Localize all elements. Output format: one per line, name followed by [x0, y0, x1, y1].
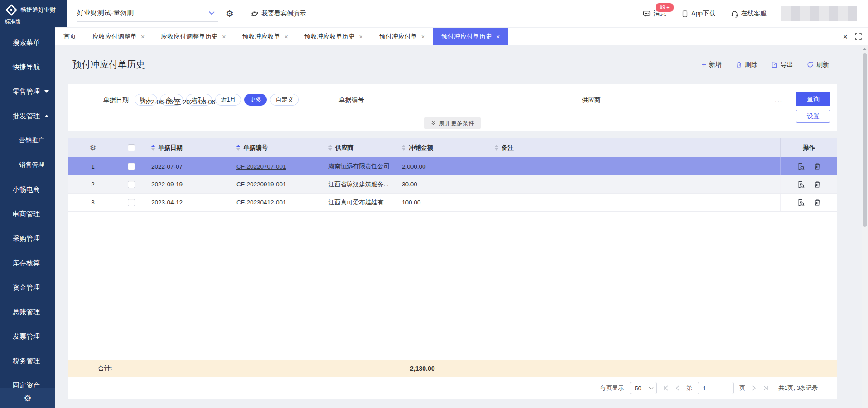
tab-ar-ap-adjust[interactable]: 应收应付调整单×: [84, 28, 153, 45]
row-date: 2022-07-07: [145, 157, 230, 175]
messages-button[interactable]: 消息 99 +: [643, 10, 666, 18]
phone-icon: [681, 10, 689, 18]
main-content: 预付冲应付单历史 + 新增 删除 导出: [55, 45, 862, 408]
settings-gear-icon[interactable]: ⚙: [226, 9, 234, 18]
doc-no-link[interactable]: CF-20220707-001: [236, 163, 286, 170]
prev-page-button[interactable]: [675, 385, 681, 391]
delete-button[interactable]: 删除: [735, 61, 757, 69]
sidebar-item-retail[interactable]: 零售管理: [0, 79, 55, 104]
header-doc-no[interactable]: 单据编号: [230, 138, 322, 157]
sort-icons[interactable]: [402, 145, 405, 151]
table-row[interactable]: 3 2023-04-12 CF-20230412-001 江西真可爱布娃娃有..…: [68, 194, 837, 212]
close-icon[interactable]: ×: [496, 33, 500, 40]
sidebar-item-fixed-assets[interactable]: 固定资产: [0, 373, 55, 388]
trash-icon[interactable]: [814, 181, 821, 188]
next-page-button[interactable]: [751, 385, 757, 391]
doc-no-link[interactable]: CF-20230412-001: [236, 199, 286, 206]
header-supplier[interactable]: 供应商: [322, 138, 395, 157]
sidebar-item-quick-nav[interactable]: 快捷导航: [0, 55, 55, 79]
column-settings-cell[interactable]: ⚙: [68, 138, 118, 157]
sidebar-item-inventory[interactable]: 库存核算: [0, 251, 55, 275]
app-download-button[interactable]: App下载: [681, 10, 715, 18]
tab-ar-ap-adjust-history[interactable]: 应收应付调整单历史×: [153, 28, 234, 45]
close-icon[interactable]: ×: [222, 33, 226, 40]
workspace-selector[interactable]: 好业财测试-量勿删: [77, 6, 218, 22]
sidebar-settings-bar[interactable]: ⚙: [0, 388, 55, 408]
tab-advance-receipt-offset[interactable]: 预收冲应收单×: [234, 28, 296, 45]
sidebar-item-ecommerce[interactable]: 电商管理: [0, 202, 55, 226]
sidebar-item-purchase[interactable]: 采购管理: [0, 226, 55, 251]
row-date: 2022-09-19: [145, 175, 230, 193]
supplier-input[interactable]: ...: [607, 94, 785, 106]
row-checkbox[interactable]: [128, 199, 135, 206]
online-support-button[interactable]: 在线客服: [731, 10, 767, 18]
sidebar-item-tax[interactable]: 税务管理: [0, 349, 55, 373]
sidebar-item-xiaochang-ecommerce[interactable]: 小畅电商: [0, 177, 55, 202]
sort-icons[interactable]: [328, 145, 332, 151]
pill-more[interactable]: 更多: [244, 94, 267, 106]
doc-no-input[interactable]: [371, 94, 545, 106]
scrollbar-thumb[interactable]: [863, 53, 867, 227]
sort-icons[interactable]: [236, 145, 240, 151]
table-row[interactable]: 2 2022-09-19 CF-20220919-001 江西省琼汉建筑服务..…: [68, 175, 837, 194]
doc-no-filter-group: 单据编号: [339, 94, 545, 106]
header-amount[interactable]: 冲销金额: [395, 138, 488, 157]
settings-button[interactable]: 设置: [796, 110, 830, 123]
tab-prepay-offset[interactable]: 预付冲应付单×: [371, 28, 433, 45]
sidebar-item-marketing[interactable]: 营销推广: [0, 128, 55, 153]
table-row[interactable]: 1 2022-07-07 CF-20220707-001 湖南恒远有限责任公司 …: [68, 157, 837, 175]
refresh-button[interactable]: 刷新: [807, 61, 829, 69]
export-button[interactable]: 导出: [771, 61, 793, 69]
tab-home[interactable]: 首页: [55, 28, 84, 45]
doc-no-label: 单据编号: [339, 96, 364, 106]
per-page-select[interactable]: 50: [630, 382, 657, 394]
sidebar-item-funds[interactable]: 资金管理: [0, 275, 55, 300]
user-account-blurred[interactable]: [781, 6, 857, 21]
page-number-input[interactable]: [698, 382, 734, 394]
close-icon[interactable]: ×: [284, 33, 288, 40]
pill-custom[interactable]: 自定义: [270, 94, 299, 106]
row-amount: 30.00: [395, 175, 488, 193]
sidebar-item-general-ledger[interactable]: 总账管理: [0, 300, 55, 324]
close-all-tabs-icon[interactable]: ×: [843, 33, 848, 41]
row-checkbox[interactable]: [128, 181, 135, 188]
add-button[interactable]: + 新增: [701, 61, 722, 69]
view-detail-icon[interactable]: [797, 163, 805, 170]
filter-buttons: 查询 设置: [796, 92, 830, 123]
supplier-more-button[interactable]: ...: [775, 97, 785, 106]
header-remark[interactable]: 备注: [488, 138, 781, 157]
tab-prepay-offset-history[interactable]: 预付冲应付单历史×: [433, 28, 508, 45]
trash-icon[interactable]: [814, 163, 821, 170]
sidebar-item-wholesale[interactable]: 批发管理: [0, 104, 55, 128]
close-icon[interactable]: ×: [421, 33, 425, 40]
doc-no-link[interactable]: CF-20220919-001: [236, 181, 286, 188]
vertical-scrollbar[interactable]: [862, 45, 868, 408]
pill-last1month[interactable]: 近1月: [215, 94, 241, 106]
double-chevron-down-icon: [431, 121, 436, 126]
scroll-up-arrow-icon[interactable]: [863, 48, 867, 50]
fullscreen-icon[interactable]: [855, 33, 862, 40]
row-checkbox[interactable]: [128, 163, 135, 170]
trash-icon[interactable]: [814, 199, 821, 206]
expand-more-conditions-button[interactable]: 展开更多条件: [424, 117, 481, 129]
sidebar-item-invoice[interactable]: 发票管理: [0, 324, 55, 349]
sort-icons[interactable]: [151, 145, 155, 151]
tab-advance-receipt-offset-history[interactable]: 预收冲应收单历史×: [296, 28, 371, 45]
sort-icons[interactable]: [495, 145, 498, 151]
refresh-icon: [807, 61, 814, 68]
date-range-value[interactable]: 2022-06-06 至 2023-06-06: [140, 98, 215, 107]
sidebar-item-sales[interactable]: 销售管理: [0, 153, 55, 177]
close-icon[interactable]: ×: [141, 33, 145, 40]
sidebar-item-search-menu[interactable]: 搜索菜单: [0, 30, 55, 55]
trash-icon: [735, 61, 742, 68]
header-doc-date[interactable]: 单据日期: [145, 138, 230, 157]
last-page-button[interactable]: [762, 385, 769, 391]
close-icon[interactable]: ×: [359, 33, 363, 40]
plus-icon: +: [701, 61, 706, 69]
select-all-checkbox[interactable]: [128, 144, 135, 151]
view-detail-icon[interactable]: [797, 181, 805, 188]
first-page-button[interactable]: [663, 385, 669, 391]
search-button[interactable]: 查询: [796, 92, 830, 106]
view-detail-icon[interactable]: [797, 199, 805, 206]
demo-link[interactable]: 我要看实例演示: [251, 10, 306, 18]
